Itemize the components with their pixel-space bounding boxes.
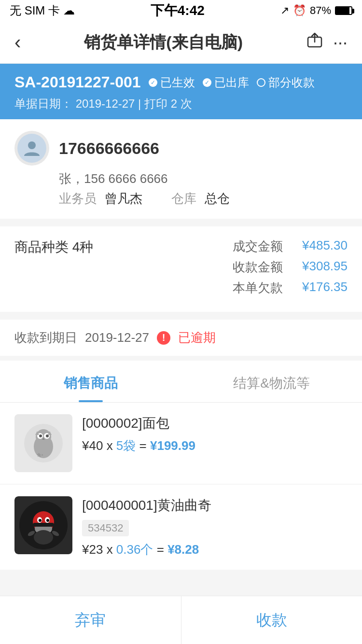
- due-date-label: 收款到期日: [14, 329, 77, 346]
- tab-sales-products[interactable]: 销售商品: [0, 361, 181, 402]
- due-date-value: 2019-12-27: [85, 330, 149, 345]
- product-type-label: 商品种类: [14, 239, 69, 254]
- product-unit-price-1: ¥40: [82, 438, 103, 453]
- product-price-1: ¥40 x 5袋 = ¥199.99: [82, 437, 348, 454]
- svg-point-1: [28, 141, 36, 149]
- sim-status: 无 SIM 卡 ☁: [10, 3, 75, 18]
- status-bar-left: 无 SIM 卡 ☁: [10, 3, 75, 18]
- status-effective: 已生效: [149, 75, 195, 90]
- status-bar-right: ↗ ⏰ 87%: [280, 4, 352, 17]
- bottom-bar: 弃审 收款: [0, 596, 362, 644]
- product-image-1: 兔+: [14, 414, 72, 472]
- order-date: 2019-12-27: [76, 97, 135, 110]
- location-icon: ↗: [280, 4, 289, 17]
- battery-icon: [335, 6, 352, 15]
- avatar-icon: [17, 134, 46, 163]
- battery-status: 87%: [310, 4, 331, 17]
- alarm-icon: ⏰: [293, 4, 306, 17]
- status-shipped: 已出库: [203, 75, 249, 90]
- product-info-2: [000400001]黄油曲奇 534532 ¥23 x 0.36个 = ¥8.…: [82, 496, 348, 558]
- owed-row: 本单欠款 ¥176.35: [233, 280, 348, 296]
- product-thumbnail-2: [14, 496, 72, 554]
- svg-rect-20: [33, 523, 54, 527]
- avatar: [14, 131, 49, 166]
- separator: |: [138, 97, 144, 110]
- received-value: ¥308.95: [302, 259, 348, 276]
- warehouse-value: 总仓: [205, 191, 230, 206]
- product-unit-price-2: ¥23: [82, 542, 103, 557]
- date-label: 单据日期：: [14, 97, 72, 110]
- warehouse-label: 仓库: [171, 191, 196, 206]
- product-image-2: [14, 496, 72, 554]
- order-header-band: SA-20191227-001 已生效 已出库 部分收款 单据日期： 2019-…: [0, 64, 362, 119]
- product-thumbnail-1: 兔+: [14, 414, 72, 472]
- svg-point-18: [39, 519, 42, 522]
- nav-actions: ···: [306, 31, 348, 53]
- product-info-1: [0000002]面包 ¥40 x 5袋 = ¥199.99: [82, 414, 348, 454]
- customer-section: 17666666666 张，156 6666 6666 业务员 曾凡杰 仓库 总…: [0, 119, 362, 219]
- status-bar: 无 SIM 卡 ☁ 下午4:42 ↗ ⏰ 87%: [0, 0, 362, 21]
- partial-payment-icon: [257, 78, 265, 87]
- product-qty-1: 5袋: [116, 438, 136, 453]
- product-name-2: [000400001]黄油曲奇: [82, 496, 348, 515]
- product-type-value: 4种: [72, 239, 94, 254]
- share-button[interactable]: [306, 31, 323, 53]
- tab-settlement[interactable]: 结算&物流等: [181, 361, 362, 402]
- amount-row: 成交金额 ¥485.30: [233, 238, 348, 255]
- amount-label: 成交金额: [233, 238, 283, 255]
- overdue-icon: !: [157, 331, 170, 345]
- nav-bar: ‹ 销货单详情(来自电脑) ···: [0, 21, 362, 64]
- summary-section: 商品种类 4种 成交金额 ¥485.30 收款金额 ¥308.95 本单欠款 ¥…: [0, 226, 362, 312]
- customer-meta: 业务员 曾凡杰 仓库 总仓: [59, 190, 348, 207]
- product-total-2: ¥8.28: [167, 542, 199, 557]
- product-price-2: ¥23 x 0.36个 = ¥8.28: [82, 541, 348, 558]
- table-row: 兔+ [0000002]面包 ¥40 x 5袋 = ¥199.99: [0, 403, 362, 484]
- sales-value: 曾凡杰: [105, 191, 142, 206]
- order-date-row: 单据日期： 2019-12-27 | 打印 2 次: [14, 96, 348, 112]
- svg-point-7: [39, 434, 42, 437]
- svg-text:兔+: 兔+: [37, 453, 43, 457]
- svg-point-21: [34, 530, 53, 545]
- status-bar-time: 下午4:42: [151, 1, 205, 20]
- due-date-section: 收款到期日 2019-12-27 ! 已逾期: [0, 320, 362, 356]
- product-qty-2: 0.36个: [116, 542, 153, 557]
- owed-label: 本单欠款: [233, 280, 283, 296]
- status-partial-payment: 部分收款: [257, 75, 315, 90]
- received-row: 收款金额 ¥308.95: [233, 259, 348, 276]
- customer-contact: 张，156 6666 6666: [59, 170, 348, 187]
- sales-label: 业务员: [59, 191, 97, 206]
- overdue-text: 已逾期: [178, 329, 216, 346]
- amount-value: ¥485.30: [302, 238, 348, 255]
- collect-payment-button[interactable]: 收款: [181, 596, 362, 644]
- customer-row: 17666666666: [14, 131, 348, 166]
- print-info: 打印 2 次: [144, 97, 192, 110]
- shipped-icon: [203, 78, 211, 87]
- svg-point-19: [46, 519, 49, 522]
- back-button[interactable]: ‹: [14, 31, 21, 53]
- received-label: 收款金额: [233, 259, 283, 276]
- summary-right: 成交金额 ¥485.30 收款金额 ¥308.95 本单欠款 ¥176.35: [233, 238, 348, 300]
- product-name-1: [0000002]面包: [82, 414, 348, 433]
- summary-left: 商品种类 4种: [14, 238, 93, 300]
- order-id: SA-20191227-001: [14, 73, 141, 91]
- customer-phone: 17666666666: [59, 139, 159, 158]
- order-status-row: SA-20191227-001 已生效 已出库 部分收款: [14, 73, 348, 91]
- tabs-bar: 销售商品 结算&物流等: [0, 361, 362, 403]
- product-tag-2: 534532: [82, 520, 129, 536]
- effective-icon: [149, 78, 157, 87]
- table-row: [000400001]黄油曲奇 534532 ¥23 x 0.36个 = ¥8.…: [0, 485, 362, 570]
- product-list: 兔+ [0000002]面包 ¥40 x 5袋 = ¥199.99: [0, 403, 362, 570]
- owed-value: ¥176.35: [302, 280, 348, 296]
- product-total-1: ¥199.99: [150, 438, 195, 453]
- page-title: 销货单详情(来自电脑): [84, 31, 243, 54]
- cancel-review-button[interactable]: 弃审: [0, 596, 181, 644]
- more-button[interactable]: ···: [333, 32, 348, 53]
